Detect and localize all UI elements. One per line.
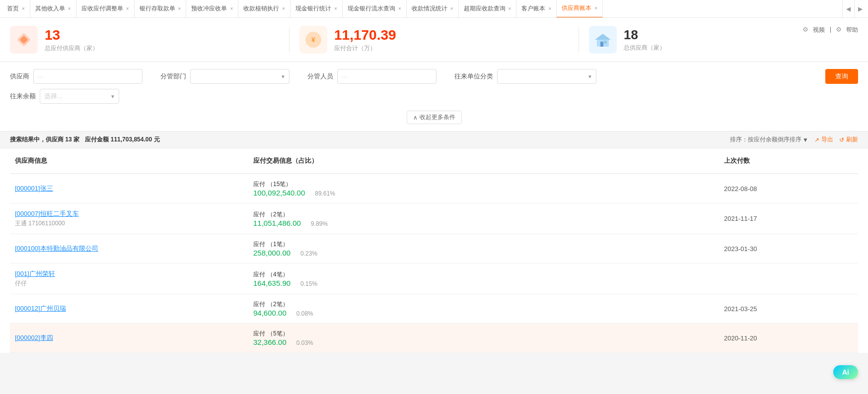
diamond-icon (14, 30, 34, 50)
supplier-count: 13 (65, 136, 72, 143)
coin-icon: ¥ (303, 30, 323, 50)
ai-badge[interactable]: Ai (833, 365, 858, 379)
nav-arrows: ◀ ▶ (842, 0, 866, 18)
nav-tab-supplier-book[interactable]: 供应商账本 × (557, 0, 603, 18)
supplier-label: 供应商 (10, 72, 29, 81)
header-last-pay: 上次付数 (719, 153, 858, 168)
person-field: 分管人员 ··· (307, 69, 436, 84)
tx-count: （5笔） (267, 329, 289, 338)
stat-number-suppliers: 13 (45, 27, 98, 44)
svg-rect-7 (604, 41, 607, 44)
header-tx-info: 应付交易信息（占比） (248, 153, 719, 168)
supplier-link[interactable]: [000001]张三 (15, 185, 53, 192)
chevron-up-icon: ∧ (413, 114, 418, 121)
nav-prev-arrow[interactable]: ◀ (842, 0, 854, 18)
nav-next-arrow[interactable]: ▶ (854, 0, 866, 18)
sort-label[interactable]: 排序：按应付余额倒序排序 ▼ (730, 135, 808, 144)
header-supplier-info: 供应商信息 (10, 153, 248, 168)
close-icon: × (398, 6, 401, 11)
divider: | (830, 26, 831, 34)
table-row: [000012]广州贝瑞 应付 （2笔） 94,600.00 0.08% 202… (10, 294, 858, 324)
video-icon: ⊙ (803, 26, 808, 34)
balance-select[interactable]: 选择... ▼ (40, 89, 119, 104)
nav-tab-customer-book[interactable]: 客户账本 × (516, 0, 557, 18)
nav-tab-overdue-query[interactable]: 超期应收款查询 × (459, 0, 517, 18)
stat-item-suppliers: 13 总应付供应商（家） (10, 26, 279, 54)
balance-field: 往来余额 选择... ▼ (10, 89, 119, 104)
nav-tab-home[interactable]: 首页 × (2, 0, 30, 18)
total-amount: 111,703,854.00 (111, 136, 152, 143)
supplier-link[interactable]: [000007]恒旺二手叉车 (15, 210, 79, 217)
svg-rect-6 (600, 42, 603, 47)
video-link[interactable]: 视频 (813, 26, 825, 34)
table-wrapper: 供应商信息 应付交易信息（占比） 上次付数 [000001]张三 应付 （15笔… (0, 148, 868, 353)
table-row: [001]广州荣轩 仔仔 应付 （4笔） 164,635.90 0.15% (10, 263, 858, 294)
tx-info-cell: 应付 （2笔） 94,600.00 0.08% (248, 298, 719, 319)
nav-tab-receipt-exec[interactable]: 收款核销执行 × (238, 0, 290, 18)
tx-amount[interactable]: 258,000.00 (253, 249, 290, 257)
tx-info-cell: 应付 （2笔） 11,051,486.00 9.89% (248, 208, 719, 229)
tx-amount[interactable]: 94,600.00 (253, 309, 287, 317)
close-icon: × (22, 6, 25, 11)
supplier-link[interactable]: [000002]李四 (15, 334, 53, 341)
query-button[interactable]: 查询 (825, 69, 858, 84)
nav-tab-other-income[interactable]: 其他收入单 × (30, 0, 76, 18)
supplier-info-cell: [000100]本特勤油品有限公司 (10, 242, 248, 255)
stat-divider-1 (289, 27, 289, 52)
tx-amount[interactable]: 164,635.90 (253, 279, 290, 287)
last-pay-cell: 2022-08-08 (719, 183, 858, 195)
collapse-button[interactable]: ∧ 收起更多条件 (407, 111, 462, 124)
supplier-input[interactable]: ··· (33, 69, 143, 84)
category-select[interactable]: ▼ (497, 69, 596, 84)
export-button[interactable]: ↗ 导出 (814, 135, 833, 144)
top-nav: 首页 × 其他收入单 × 应收应付调整单 × 银行存取款单 × 预收冲应收单 ×… (0, 0, 868, 18)
last-pay-cell: 2020-11-20 (719, 332, 858, 344)
nav-tab-cash-bank-query[interactable]: 现金银行流水查询 × (343, 0, 407, 18)
close-icon: × (230, 6, 233, 11)
nav-tab-prepay-charge[interactable]: 预收冲应收单 × (186, 0, 238, 18)
table-row: [000007]恒旺二手叉车 王通 17106110000 应付 （2笔） 11… (10, 203, 858, 234)
tx-label: 应付 (253, 270, 265, 279)
supplier-link[interactable]: [000012]广州贝瑞 (15, 305, 66, 312)
tx-label: 应付 (253, 180, 265, 189)
help-link[interactable]: 帮助 (846, 26, 858, 34)
close-icon: × (68, 6, 71, 11)
tx-amount[interactable]: 32,366.00 (253, 338, 287, 346)
refresh-button[interactable]: ↺ 刷新 (839, 135, 858, 144)
stat-number-amount: 11,170.39 (334, 27, 396, 44)
supplier-info-cell: [000001]张三 (10, 182, 248, 195)
table-row: [000002]李四 应付 （5笔） 32,366.00 0.03% 2020-… (10, 324, 858, 353)
tx-percent: 9.89% (311, 220, 328, 227)
nav-tab-receipt-stat[interactable]: 收款情况统计 × (407, 0, 459, 18)
stat-icon-store (589, 26, 617, 54)
dept-field: 分管部门 ▼ (160, 69, 289, 84)
nav-tab-bank-deposit[interactable]: 银行存取款单 × (135, 0, 187, 18)
help-icon: ⊙ (836, 26, 841, 34)
stat-item-amount: ¥ 11,170.39 应付合计（万） (299, 26, 569, 54)
refresh-icon: ↺ (839, 136, 844, 143)
stats-bar: 13 总应付供应商（家） ¥ 11,170.39 应付合计（万） 18 (0, 18, 868, 62)
supplier-info-cell: [000007]恒旺二手叉车 王通 17106110000 (10, 207, 248, 230)
last-pay-cell: 2021-11-17 (719, 213, 858, 224)
tx-label: 应付 (253, 329, 265, 338)
nav-tab-cash-bank-stat[interactable]: 现金银行统计 × (290, 0, 343, 18)
supplier-link[interactable]: [000100]本特勤油品有限公司 (15, 245, 98, 252)
result-bar: 搜索结果中，供应商 13 家 应付金额 111,703,854.00 元 排序：… (0, 131, 868, 148)
dept-label: 分管部门 (160, 72, 186, 81)
tx-amount[interactable]: 100,092,540.00 (253, 189, 305, 197)
tx-count: （15笔） (267, 180, 291, 189)
dept-select[interactable]: ▼ (190, 69, 289, 84)
tx-percent: 0.15% (300, 280, 317, 287)
close-icon: × (334, 6, 337, 11)
nav-tab-ar-ap-adjust[interactable]: 应收应付调整单 × (76, 0, 135, 18)
person-input[interactable]: ··· (337, 69, 436, 84)
tx-label: 应付 (253, 240, 265, 249)
tx-label: 应付 (253, 210, 265, 219)
search-area: 供应商 ··· 分管部门 ▼ 分管人员 ··· 往来单位分类 ▼ 查询 往来余额 (0, 62, 868, 131)
tx-amount[interactable]: 11,051,486.00 (253, 219, 301, 227)
close-icon: × (594, 5, 597, 11)
close-icon: × (548, 6, 551, 11)
tx-count: （4笔） (267, 270, 289, 279)
supplier-link[interactable]: [001]广州荣轩 (15, 270, 55, 277)
top-right-links: ⊙ 视频 | ⊙ 帮助 (803, 26, 858, 34)
